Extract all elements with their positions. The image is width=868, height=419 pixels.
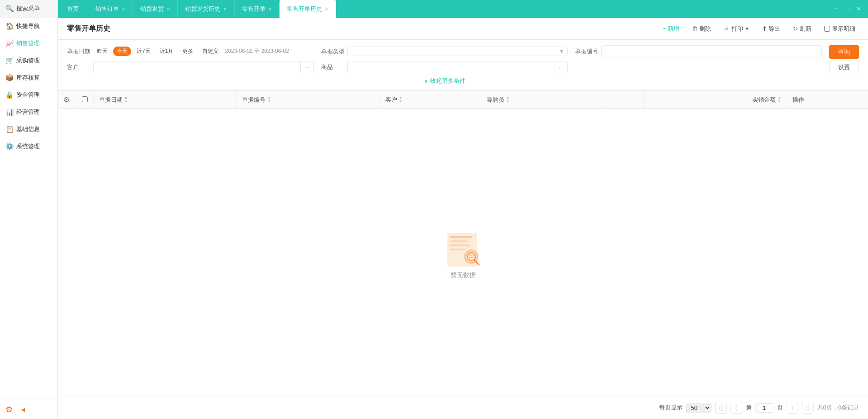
basic-info-icon: 📋 [5, 125, 14, 133]
display-detail-toggle[interactable]: 显示明细 [821, 23, 859, 35]
number-sort-arrows: ▲ ▼ [267, 96, 271, 104]
goods-picker-icon[interactable]: ··· [555, 62, 568, 73]
sidebar-item-inventory[interactable]: 📦 库存核算 [0, 69, 57, 86]
top-nav: 首页 销售订单 × 销货退货 × 销货退货历史 × 零售开单 × 零售开单历史 … [58, 0, 868, 18]
sidebar-item-business[interactable]: 📊 经营管理 [0, 104, 57, 121]
tab-sales-order[interactable]: 销售订单 × [88, 0, 133, 18]
th-guide-label: 导购员 [487, 96, 504, 104]
filter-number-col: 单据编号 [575, 45, 822, 57]
sidebar-search[interactable]: 🔍 搜索采单 [0, 0, 57, 18]
display-detail-checkbox[interactable] [824, 26, 830, 32]
sort-down-icon: ▼ [506, 100, 510, 104]
maximize-button[interactable]: □ [843, 3, 851, 15]
filter-wrapper: 单据日期 昨天 今天 近7天 近1月 更多 自定义 2023-06-02 至 2… [67, 45, 859, 85]
filter-date-col: 单据日期 昨天 今天 近7天 近1月 更多 自定义 2023-06-02 至 2… [67, 47, 314, 56]
tab-sales-return-close[interactable]: × [166, 5, 170, 13]
sort-down-icon: ▼ [399, 100, 403, 104]
date-btn-custom[interactable]: 自定义 [199, 47, 222, 56]
sidebar-search-label: 搜索采单 [16, 5, 40, 13]
tab-home[interactable]: 首页 [58, 0, 88, 18]
next-page-button[interactable]: ⟩ [787, 402, 798, 414]
date-filter-label: 单据日期 [67, 47, 90, 56]
page-label: 第 [746, 404, 752, 412]
sidebar-item-finance[interactable]: 🔒 资金管理 [0, 86, 57, 104]
date-btn-1month[interactable]: 近1月 [156, 47, 177, 56]
window-controls: − □ × [832, 3, 868, 15]
business-icon: 📊 [5, 108, 14, 116]
settings-bottom-icon[interactable]: ⚙ [5, 405, 13, 414]
filter-customer-col: 客户 ··· [67, 61, 314, 73]
purchase-icon: 🛒 [5, 56, 14, 65]
goods-input[interactable] [348, 61, 555, 73]
sidebar-item-label: 销售管理 [16, 39, 40, 47]
date-btn-today[interactable]: 今天 [113, 47, 131, 56]
date-btn-7days[interactable]: 近7天 [133, 47, 154, 56]
sidebar-bottom: ⚙ ◄ [0, 400, 57, 419]
query-button[interactable]: 查询 [829, 45, 859, 59]
type-filter-label: 单据类型 [321, 47, 345, 56]
delete-button[interactable]: 🗑 删除 [688, 23, 715, 35]
settings-button[interactable]: 设置 [829, 61, 859, 74]
tab-sales-return-label: 销货退货 [140, 5, 164, 13]
th-guide[interactable]: 导购员 ▲ ▼ [481, 91, 603, 109]
page-input[interactable] [755, 403, 773, 413]
inventory-icon: 📦 [5, 74, 14, 82]
amount-sort-arrows: ▲ ▼ [778, 96, 781, 104]
sidebar: 🔍 搜索采单 🏠 快捷导航 📈 销售管理 🛒 采购管理 📦 库存核算 🔒 资金管… [0, 0, 58, 419]
date-btn-yesterday[interactable]: 昨天 [93, 47, 111, 56]
goods-input-wrap: ··· [347, 61, 568, 73]
th-customer[interactable]: 客户 ▲ ▼ [379, 91, 481, 109]
th-date[interactable]: 单据日期 ▲ ▼ [93, 91, 237, 109]
sort-up-icon: ▲ [267, 96, 271, 99]
page-header: 零售开单历史 + 新增 🗑 删除 🖨 打印 ▼ ⬆ 导出 ↻ 刷新 显示明细 [58, 18, 868, 40]
print-dropdown-icon[interactable]: ▼ [745, 26, 749, 31]
data-table: ⚙ 单据日期 ▲ ▼ [58, 91, 868, 109]
tab-retail-open[interactable]: 零售开单 × [235, 0, 280, 18]
tab-sales-return-history[interactable]: 销货退货历史 × [178, 0, 234, 18]
column-settings-icon[interactable]: ⚙ [63, 96, 70, 104]
prev-page-button[interactable]: ⟨ [730, 402, 742, 414]
date-btn-more[interactable]: 更多 [179, 47, 197, 56]
customer-input[interactable] [94, 61, 300, 73]
date-range-text: 2023-06-02 至 2023-06-02 [225, 47, 289, 55]
minimize-button[interactable]: − [832, 3, 840, 15]
sidebar-item-basic-info[interactable]: 📋 基础信息 [0, 121, 57, 138]
new-button[interactable]: + 新增 [659, 23, 683, 35]
close-button[interactable]: × [855, 3, 863, 15]
sort-up-icon: ▲ [399, 96, 403, 99]
sidebar-item-purchase-mgmt[interactable]: 🛒 采购管理 [0, 52, 57, 69]
print-button-label: 🖨 打印 [724, 25, 743, 33]
tab-sales-return-history-label: 销货退货历史 [185, 5, 220, 13]
export-button-label: ⬆ 导出 [762, 25, 781, 33]
customer-picker-icon[interactable]: ··· [300, 62, 313, 73]
page-total: 共0页，0条记录 [817, 404, 859, 412]
select-all-checkbox[interactable] [82, 96, 88, 102]
sidebar-item-system[interactable]: ⚙️ 系统管理 [0, 138, 57, 155]
filter-right-buttons: 查询 设置 [829, 45, 859, 74]
page-size-select[interactable]: 50 10 20 100 [686, 403, 711, 413]
tab-sales-order-close[interactable]: × [122, 5, 125, 13]
th-amount[interactable]: 实销金额 ▲ ▼ [644, 91, 787, 109]
print-button[interactable]: 🖨 打印 ▼ [720, 23, 753, 35]
type-select[interactable]: ▼ [347, 47, 568, 56]
number-input[interactable] [601, 45, 822, 57]
last-page-button[interactable]: ⟩⟩ [802, 402, 814, 414]
sidebar-item-sales-mgmt[interactable]: 📈 销售管理 [0, 35, 57, 52]
sidebar-item-label: 库存核算 [16, 74, 40, 82]
tab-sales-return-history-close[interactable]: × [223, 5, 227, 13]
customer-input-wrap: ··· [93, 61, 314, 73]
tab-sales-return[interactable]: 销货退货 × [133, 0, 178, 18]
first-page-button[interactable]: ⟨⟨ [715, 402, 727, 414]
tab-retail-open-close[interactable]: × [268, 5, 272, 13]
tab-retail-history[interactable]: 零售开单历史 × [280, 0, 336, 18]
refresh-button[interactable]: ↻ 刷新 [789, 23, 815, 35]
collapse-sidebar-icon[interactable]: ◄ [20, 406, 26, 413]
tab-retail-history-close[interactable]: × [325, 5, 328, 13]
export-button[interactable]: ⬆ 导出 [759, 23, 784, 35]
th-number[interactable]: 单据编号 ▲ ▼ [237, 91, 380, 109]
empty-text: 暂无数据 [451, 271, 476, 279]
collapse-filter-row[interactable]: ∧ 收起更多条件 [67, 77, 822, 85]
sidebar-item-quick-nav[interactable]: 🏠 快捷导航 [0, 18, 57, 35]
tab-retail-open-label: 零售开单 [242, 5, 266, 13]
table-header: ⚙ 单据日期 ▲ ▼ [58, 91, 868, 109]
